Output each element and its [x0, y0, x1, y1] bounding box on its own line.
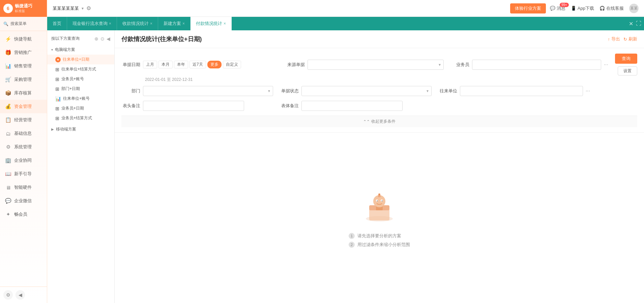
date-btn-7days[interactable]: 近7天	[189, 61, 206, 68]
left-panel-icon-group: ⊕ ⊙ ◀	[94, 36, 110, 41]
desktop-section-header[interactable]: ▾ 电脑端方案	[47, 45, 114, 55]
sidebar-item-member[interactable]: ✦ 畅会员	[0, 208, 47, 221]
tree-item-unit-account[interactable]: 📊 往来单位+账号	[47, 94, 114, 103]
tree-chart-icon: 📊	[55, 96, 61, 101]
empty-tips: 1 请先选择要分析的方案 2 用过滤条件来缩小分析范围	[349, 233, 410, 248]
company-arrow-icon[interactable]: ▾	[82, 6, 84, 11]
tree-item-staff-date[interactable]: ⊞ 业务员+日期	[47, 103, 114, 113]
sidebar-item-quick-nav[interactable]: ⚡ 快捷导航	[0, 32, 47, 46]
filter-counterpart: 往来单位 ···	[438, 86, 590, 96]
sidebar-item-purchase[interactable]: 🛒 采购管理	[0, 73, 47, 86]
tabbar-actions: ✕ ⛶	[626, 21, 644, 27]
tab-bank-flow[interactable]: 现金银行流水查询 ×	[67, 17, 117, 30]
refresh-btn[interactable]: ↻ 刷新	[623, 36, 637, 42]
tab-receive-stats-close[interactable]: ×	[150, 21, 152, 26]
export-btn[interactable]: ↑ 导出	[608, 36, 620, 42]
mobile-section-header[interactable]: ▶ 移动端方案	[47, 124, 114, 134]
search-icon: 🔍	[3, 22, 8, 26]
tab-bank-flow-close[interactable]: ×	[109, 21, 111, 26]
sidebar-item-inventory[interactable]: 📦 库存核算	[0, 86, 47, 100]
member-icon: ✦	[5, 211, 11, 218]
counterpart-input[interactable]	[460, 86, 583, 96]
date-btn-last-month[interactable]: 上月	[143, 61, 157, 68]
logo: 6 畅捷通巧 标准版	[0, 0, 47, 17]
sidebar-search[interactable]: 🔍 搜索菜单	[0, 17, 47, 31]
dept-select[interactable]: ▾	[143, 86, 273, 96]
tab-home[interactable]: 首页	[47, 17, 67, 30]
operation-icon: 📋	[5, 117, 11, 123]
sidebar-bottom: ⚙ ◀	[0, 286, 47, 303]
date-btn-more[interactable]: 更多	[207, 61, 222, 68]
sidebar-item-enterprise[interactable]: 🏢 企业协同	[0, 154, 47, 167]
query-btn[interactable]: 查询	[615, 54, 637, 64]
sidebar-item-label: 企业协同	[14, 157, 32, 163]
filter-dept: 部门 ▾	[121, 86, 273, 96]
sidebar-item-wechat[interactable]: 💬 企业微信	[0, 194, 47, 208]
avatar[interactable]: 某某	[629, 4, 639, 13]
date-btn-this-year[interactable]: 本年	[174, 61, 188, 68]
staff-input[interactable]	[472, 60, 601, 70]
guide-icon: 📖	[5, 171, 11, 177]
tab-receive-stats[interactable]: 收款情况统计 ×	[117, 17, 158, 30]
sidebar-item-system[interactable]: ⚙ 系统管理	[0, 140, 47, 154]
add-scheme-icon[interactable]: ⊕	[94, 36, 98, 41]
sidebar-item-label: 资金管理	[14, 103, 32, 110]
tab-payment-stats[interactable]: 付款情况统计 ×	[191, 17, 232, 30]
tab-home-label: 首页	[53, 21, 61, 27]
staff-dots-icon[interactable]: ···	[604, 62, 608, 68]
tree-item-unit-settle[interactable]: ⊞ 往来单位+结算方式	[47, 64, 114, 74]
scheme-settings-icon[interactable]: ⊙	[100, 36, 105, 41]
counterpart-label: 往来单位	[438, 88, 457, 94]
topbar-gear-icon[interactable]: ⚙	[86, 5, 91, 11]
tree-item-dept-date[interactable]: ⊞ 部门+日期	[47, 84, 114, 94]
topbar: 某某某某某某 ▾ ⚙ 体验行业方案 💬 消息 99+ 📱 App下载 🎧 在线客…	[47, 0, 644, 17]
header-note-input[interactable]	[143, 101, 244, 111]
sidebar-item-label: 采购管理	[14, 77, 32, 83]
tree-item-unit-date[interactable]: ● 往来单位+日期	[47, 55, 114, 64]
tab-new-plan-close[interactable]: ×	[182, 21, 185, 26]
sidebar-item-label: 快捷导航	[14, 36, 32, 42]
sidebar-item-operation[interactable]: 📋 经营管理	[0, 113, 47, 127]
sidebar-item-sales[interactable]: 📊 销售管理	[0, 59, 47, 73]
filter-action-col: 查询 设置	[615, 54, 637, 75]
date-btn-custom[interactable]: 自定义	[223, 61, 241, 68]
tree-item-staff-settle[interactable]: ⊞ 业务员+结算方式	[47, 113, 114, 123]
collapse-bar[interactable]: ⌃⌃ 收起更多条件	[121, 116, 637, 127]
tab-payment-stats-close[interactable]: ×	[224, 21, 226, 26]
tab-new-plan[interactable]: 新建方案 ×	[158, 17, 191, 30]
left-panel-collapse-icon[interactable]: ◀	[107, 36, 110, 41]
tree-item-staff-account[interactable]: ⊞ 业务员+账号	[47, 74, 114, 84]
mobile-section-arrow: ▶	[51, 127, 54, 131]
source-select[interactable]: ▾	[308, 60, 444, 70]
purchase-icon: 🛒	[5, 76, 11, 83]
body-note-label: 表体备注	[280, 103, 299, 109]
close-all-icon[interactable]: ✕	[629, 21, 633, 27]
page-title: 付款情况统计(往来单位+日期)	[121, 35, 202, 43]
sidebar-item-guide[interactable]: 📖 新手引导	[0, 167, 47, 181]
counterpart-dots-icon[interactable]: ···	[586, 88, 590, 94]
filter-staff: 业务员 ···	[450, 60, 608, 70]
app-download-btn[interactable]: 📱 App下载	[571, 5, 594, 11]
sidebar-item-hardware[interactable]: 🖥 智能硬件	[0, 181, 47, 194]
message-btn[interactable]: 💬 消息 99+	[550, 5, 565, 11]
filter-area: 单据日期 上月 本月 本年 近7天 更多 自定义 来源单据	[115, 48, 644, 133]
tree-item-label: 部门+日期	[61, 86, 80, 92]
staff-label: 业务员	[450, 62, 469, 68]
date-btn-this-month[interactable]: 本月	[158, 61, 173, 68]
sidebar-item-marketing[interactable]: 🎁 营销推广	[0, 46, 47, 59]
maximize-icon[interactable]: ⛶	[636, 21, 641, 27]
header-note-label: 表头备注	[121, 103, 140, 109]
body-note-input[interactable]	[301, 101, 403, 111]
collapse-btn[interactable]: ◀	[16, 290, 25, 300]
page-header: 付款情况统计(往来单位+日期) ↑ 导出 ↻ 刷新	[115, 30, 644, 48]
trial-btn[interactable]: 体验行业方案	[510, 3, 546, 13]
sidebar-item-basic-info[interactable]: 🗂 基础信息	[0, 127, 47, 140]
sidebar-item-funds[interactable]: 💰 资金管理	[0, 100, 47, 113]
doc-status-select[interactable]: ▾	[301, 86, 432, 96]
setting-btn[interactable]: 设置	[618, 66, 637, 75]
sidebar-item-label: 基础信息	[14, 130, 32, 137]
service-btn[interactable]: 🎧 在线客服	[599, 5, 624, 11]
message-icon: 💬	[550, 6, 555, 11]
left-panel-header: 按以下方案查询 ⊕ ⊙ ◀	[47, 34, 114, 43]
settings-btn[interactable]: ⚙	[3, 290, 13, 300]
